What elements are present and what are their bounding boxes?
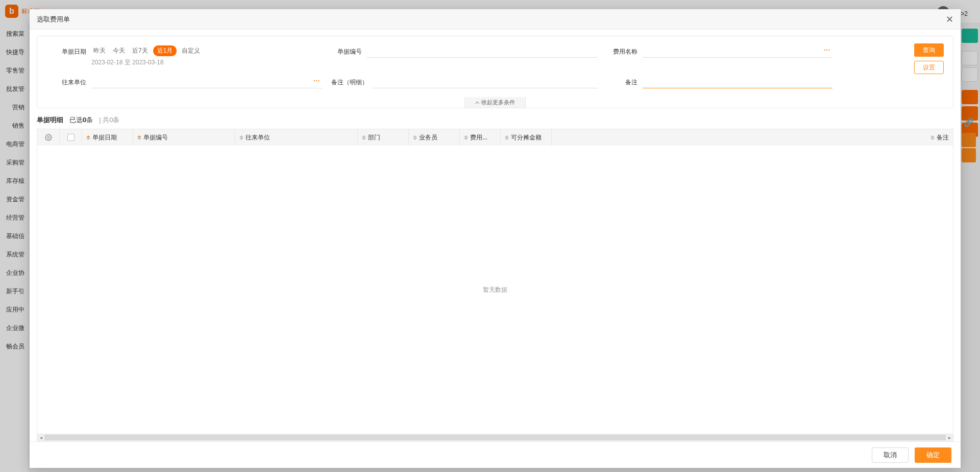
query-button[interactable]: 查询 bbox=[914, 43, 944, 57]
date-tab-today[interactable]: 今天 bbox=[111, 45, 127, 56]
sort-icon bbox=[86, 134, 90, 140]
sort-icon bbox=[137, 134, 141, 140]
svg-point-0 bbox=[47, 136, 50, 138]
confirm-button[interactable]: 确定 bbox=[915, 447, 951, 463]
scroll-left-icon[interactable]: ◂ bbox=[37, 435, 44, 441]
th-allocatable[interactable]: 可分摊金额 bbox=[501, 129, 552, 146]
modal-header: 选取费用单 ✕ bbox=[30, 9, 961, 30]
partner-label: 往来单位 bbox=[46, 76, 91, 87]
sort-icon bbox=[362, 134, 366, 140]
th-sales[interactable]: 业务员 bbox=[409, 129, 460, 146]
filter-card: 查询 设置 单据日期 昨天 今天 近7天 近1月 自定义 bbox=[37, 36, 953, 108]
close-icon[interactable]: ✕ bbox=[943, 13, 955, 26]
filter-actions: 查询 设置 bbox=[914, 43, 944, 74]
date-tab-last1m[interactable]: 近1月 bbox=[153, 45, 177, 56]
partner-ellipsis-icon[interactable]: ··· bbox=[311, 77, 322, 84]
remark-input[interactable] bbox=[643, 76, 832, 88]
date-range-text: 2023-02-18 至 2023-03-18 bbox=[91, 58, 322, 67]
th-settings[interactable] bbox=[37, 129, 60, 146]
remark-detail-input[interactable] bbox=[373, 76, 598, 88]
select-fee-modal: 选取费用单 ✕ 查询 设置 单据日期 昨天 今天 bbox=[30, 9, 961, 468]
remark-detail-label: 备注（明细） bbox=[322, 76, 373, 87]
collapse-text: 收起更多条件 bbox=[481, 99, 515, 106]
sort-icon bbox=[464, 134, 468, 140]
th-date[interactable]: 单据日期 bbox=[82, 129, 133, 146]
fee-name-input[interactable] bbox=[643, 45, 832, 58]
modal-overlay: 选取费用单 ✕ 查询 设置 单据日期 昨天 今天 bbox=[0, 0, 980, 472]
setting-button[interactable]: 设置 bbox=[914, 61, 944, 74]
scroll-right-icon[interactable]: ▸ bbox=[946, 435, 953, 441]
th-remark[interactable]: 备注 bbox=[552, 129, 953, 146]
fee-name-label: 费用名称 bbox=[598, 45, 643, 56]
sort-icon bbox=[505, 134, 509, 140]
sort-icon bbox=[930, 134, 935, 140]
sort-icon bbox=[239, 134, 243, 140]
date-tab-custom[interactable]: 自定义 bbox=[180, 45, 202, 56]
sort-icon bbox=[413, 134, 417, 140]
detail-selected: 已选0条 bbox=[69, 115, 93, 125]
doc-no-input[interactable] bbox=[367, 45, 598, 58]
detail-total: | 共0条 bbox=[99, 115, 119, 125]
doc-no-label: 单据编号 bbox=[322, 45, 367, 56]
fee-name-ellipsis-icon[interactable]: ··· bbox=[822, 46, 832, 54]
collapse-conditions-button[interactable]: 收起更多条件 bbox=[464, 97, 526, 108]
modal-body: 查询 设置 单据日期 昨天 今天 近7天 近1月 自定义 bbox=[30, 30, 961, 441]
remark-label: 备注 bbox=[598, 76, 643, 87]
date-label: 单据日期 bbox=[46, 45, 91, 56]
table-body: 暂无数据 bbox=[37, 146, 953, 434]
filter-row: 往来单位 ··· 备注（明细） 备注 bbox=[46, 76, 944, 88]
date-tab-last7[interactable]: 近7天 bbox=[130, 45, 150, 56]
partner-input[interactable] bbox=[91, 76, 322, 88]
chevron-up-icon bbox=[475, 101, 479, 104]
detail-title: 单据明细 bbox=[37, 115, 63, 125]
horizontal-scrollbar[interactable]: ◂ ▸ bbox=[37, 434, 953, 441]
table-head: 单据日期 单据编号 往来单位 部门 bbox=[37, 129, 953, 146]
modal-footer: 取消 确定 bbox=[30, 441, 961, 468]
gear-icon bbox=[45, 134, 52, 141]
th-checkbox[interactable] bbox=[60, 129, 82, 146]
date-tab-yesterday[interactable]: 昨天 bbox=[91, 45, 108, 56]
th-doc-no[interactable]: 单据编号 bbox=[133, 129, 235, 146]
modal-title: 选取费用单 bbox=[37, 15, 70, 24]
th-fee[interactable]: 费用... bbox=[460, 129, 501, 146]
detail-header: 单据明细 已选0条 | 共0条 bbox=[37, 115, 953, 125]
th-partner[interactable]: 往来单位 bbox=[235, 129, 358, 146]
th-dept[interactable]: 部门 bbox=[358, 129, 409, 146]
empty-text: 暂无数据 bbox=[483, 286, 507, 294]
table: 单据日期 单据编号 往来单位 部门 bbox=[37, 129, 953, 441]
date-range-tabs: 昨天 今天 近7天 近1月 自定义 bbox=[91, 45, 322, 56]
filter-row: 单据日期 昨天 今天 近7天 近1月 自定义 2023-02-18 至 2023… bbox=[46, 45, 944, 67]
cancel-button[interactable]: 取消 bbox=[872, 447, 909, 463]
select-all-checkbox[interactable] bbox=[67, 134, 75, 141]
